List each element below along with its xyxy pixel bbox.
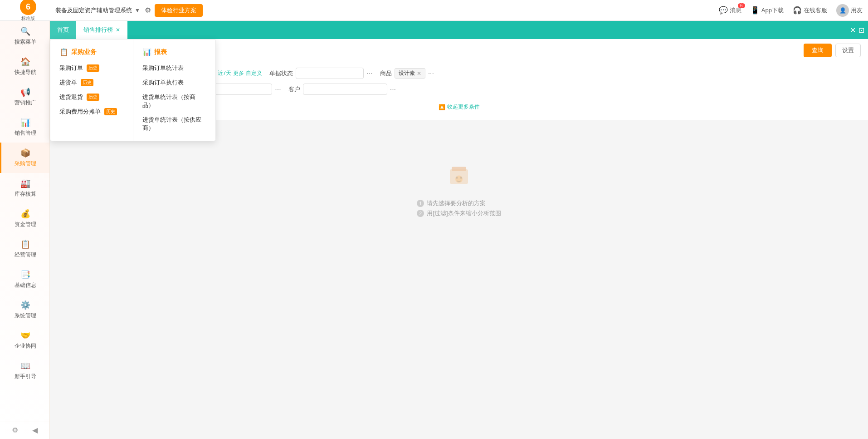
tab-close-all-btn[interactable]: ✕ — [850, 26, 856, 35]
settings-btn[interactable]: 设置 — [835, 44, 861, 57]
industry-btn[interactable]: 体验行业方案 — [155, 4, 203, 17]
message-btn[interactable]: 💬 消息 6 — [719, 6, 741, 15]
sidebar-item-guide[interactable]: 📖 新手引导 — [0, 355, 49, 386]
system-dropdown-btn[interactable]: ▼ — [135, 7, 140, 14]
logo-subtext: 标准版 — [21, 15, 35, 22]
svg-point-3 — [456, 177, 458, 179]
sidebar-item-sales-label: 销售管理 — [15, 129, 36, 137]
system-settings-btn[interactable]: ⚙ — [145, 6, 151, 15]
query-btn[interactable]: 查询 — [804, 44, 832, 57]
tab-home[interactable]: 首页 — [50, 21, 76, 39]
dropdown-col-report-title: 📊 报表 — [133, 45, 216, 61]
sidebar-item-marketing[interactable]: 📢 营销推广 — [0, 82, 49, 112]
dropdown-item-order-exec[interactable]: 采购订单执行表 — [133, 75, 216, 90]
sidebar-settings-btn[interactable]: ⚙ — [12, 426, 18, 434]
online-service-btn[interactable]: 🎧 在线客服 — [793, 6, 827, 15]
system-info: 装备及固定资产辅助管理系统 ▼ ⚙ — [55, 6, 151, 15]
dropdown-item-expense[interactable]: 采购费用分摊单 历史 — [50, 104, 133, 119]
svg-point-4 — [460, 177, 462, 179]
topbar: 6 标准版 装备及固定资产辅助管理系统 ▼ ⚙ 体验行业方案 💬 消息 6 📱 … — [0, 0, 868, 21]
sidebar-item-guide-label: 新手引导 — [15, 373, 36, 380]
inventory-icon: 🏭 — [20, 178, 30, 188]
sidebar-item-finance[interactable]: 💰 资金管理 — [0, 203, 49, 234]
user-menu[interactable]: 👤 用友 — [836, 4, 863, 17]
purchase-order-label: 采购订单 — [59, 64, 83, 72]
sidebar-item-enterprise-label: 企业协同 — [15, 342, 36, 350]
app-download-label: App下载 — [761, 6, 784, 15]
dropdown-item-inbound-stat-supplier[interactable]: 进货单统计表（按供应商） — [133, 113, 216, 135]
sidebar-item-system[interactable]: ⚙️ 系统管理 — [0, 295, 49, 325]
username: 用友 — [851, 6, 863, 15]
dropdown-item-purchase-order[interactable]: 采购订单 历史 — [50, 61, 133, 75]
sidebar-item-sales[interactable]: 📊 销售管理 — [0, 112, 49, 143]
collapse-btn[interactable]: 🔼 收起更多条件 — [439, 103, 480, 111]
goods-tag-text: 设计素 — [399, 69, 415, 77]
salesperson-more-btn[interactable]: ··· — [275, 85, 281, 94]
sidebar-item-enterprise[interactable]: 🤝 企业协同 — [0, 325, 49, 355]
sidebar-item-quick-nav-label: 快捷导航 — [15, 69, 36, 76]
customer-more-btn[interactable]: ··· — [390, 85, 396, 94]
sidebar-collapse-btn[interactable]: ◀ — [32, 426, 38, 434]
sidebar-item-operations[interactable]: 📋 经营管理 — [0, 234, 49, 264]
dropdown-col-report-title-text: 报表 — [154, 48, 167, 56]
quick-7days-btn[interactable]: 近7天 — [218, 69, 232, 77]
tab-maximize-btn[interactable]: ⊡ — [858, 26, 864, 35]
app-logo: 6 标准版 — [5, 0, 51, 22]
dropdown-col-purchase-title: 📋 采购业务 — [50, 45, 133, 61]
doc-status-select[interactable] — [296, 68, 364, 79]
empty-tips: 1 请先选择要分析的方案 2 用[过滤]条件来缩小分析范围 — [417, 197, 501, 219]
dropdown-item-order-stat[interactable]: 采购订单统计表 — [133, 61, 216, 75]
sidebar-item-search[interactable]: 🔍 搜索菜单 — [0, 21, 49, 51]
basic-info-icon: 📑 — [20, 270, 30, 280]
dropdown-col-purchase-title-text: 采购业务 — [71, 48, 97, 56]
goods-tag-close[interactable]: ✕ — [417, 70, 421, 77]
app-download-btn[interactable]: 📱 App下载 — [751, 6, 784, 15]
message-badge: 6 — [738, 3, 745, 8]
customer-input[interactable] — [303, 84, 387, 95]
goods-more-btn[interactable]: ··· — [428, 69, 434, 78]
message-icon: 💬 — [719, 6, 728, 15]
doc-status-more-btn[interactable]: ··· — [366, 69, 372, 78]
inbound-stat-supplier-label: 进货单统计表（按供应商） — [142, 116, 207, 132]
expense-hist: 历史 — [104, 108, 117, 115]
tab-sales-rank[interactable]: 销售排行榜 ✕ — [76, 21, 127, 39]
sidebar-item-purchase[interactable]: 📦 采购管理 — [0, 143, 49, 173]
empty-tip-1: 1 请先选择要分析的方案 — [417, 199, 501, 207]
sidebar-item-basic-info[interactable]: 📑 基础信息 — [0, 264, 49, 295]
headset-icon: 🎧 — [793, 6, 802, 15]
dropdown-col-report: 📊 报表 采购订单统计表 采购订单执行表 进货单统计表（按商品） 进货单统计表（… — [133, 39, 216, 141]
return-hist: 历史 — [87, 94, 99, 101]
inbound-label: 进货单 — [59, 79, 77, 87]
toolbar-right: 查询 设置 — [804, 44, 861, 57]
tab-close-btn[interactable]: ✕ — [116, 27, 120, 33]
logo-icon: 6 — [20, 0, 36, 15]
tab-bar: 首页 销售排行榜 ✕ ✕ ⊡ — [50, 21, 868, 39]
system-icon: ⚙️ — [20, 300, 30, 310]
topbar-right: 💬 消息 6 📱 App下载 🎧 在线客服 👤 用友 — [719, 4, 863, 17]
tab-sales-rank-label: 销售排行榜 — [83, 26, 113, 34]
guide-icon: 📖 — [20, 361, 30, 371]
collapse-up-icon: 🔼 — [439, 104, 445, 110]
empty-tip-2: 2 用[过滤]条件来缩小分析范围 — [417, 209, 501, 217]
purchase-dropdown-menu: 📋 采购业务 采购订单 历史 进货单 历史 进货退货 历史 采购费用分摊单 历史… — [50, 39, 216, 141]
goods-label: 商品 — [380, 69, 392, 78]
quick-custom-btn[interactable]: 自定义 — [246, 69, 262, 77]
dropdown-item-inbound-stat-goods[interactable]: 进货单统计表（按商品） — [133, 90, 216, 113]
dropdown-item-inbound[interactable]: 进货单 历史 — [50, 75, 133, 90]
purchase-icon: 📦 — [20, 148, 30, 158]
goods-filter: 商品 设计素 ✕ ··· — [380, 68, 471, 79]
sidebar-item-inventory-label: 库存核算 — [15, 190, 36, 198]
collapse-label: 收起更多条件 — [447, 103, 480, 111]
sidebar-item-inventory[interactable]: 🏭 库存核算 — [0, 173, 49, 203]
quick-more-btn[interactable]: 更多 — [233, 69, 244, 77]
sidebar-item-operations-label: 经营管理 — [15, 251, 36, 259]
operations-icon: 📋 — [20, 239, 30, 249]
dropdown-item-return[interactable]: 进货退货 历史 — [50, 90, 133, 104]
enterprise-icon: 🤝 — [20, 330, 30, 340]
svg-rect-1 — [452, 167, 466, 171]
home-icon: 🏠 — [20, 57, 30, 67]
avatar: 👤 — [836, 4, 849, 17]
expense-label: 采购费用分摊单 — [59, 108, 101, 116]
tip-num-2: 2 — [417, 210, 424, 217]
sidebar-item-quick-nav[interactable]: 🏠 快捷导航 — [0, 51, 49, 82]
